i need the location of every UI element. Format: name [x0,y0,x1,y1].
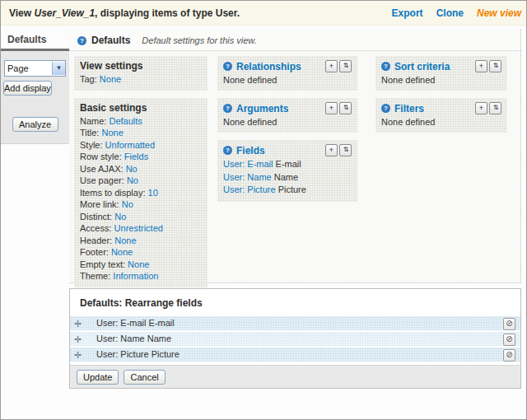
setting-line: Title: None [80,127,202,139]
field-description: Picture [276,184,306,194]
rearrange-row: ✛User: E-mail E-mail⊘ [70,316,520,330]
setting-value-link[interactable]: 10 [148,188,158,198]
setting-line: Tag: None [80,73,202,86]
rearrange-icon[interactable]: ⇅ [339,144,352,156]
new-view-link[interactable]: New view [477,7,521,19]
add-icon[interactable]: + [325,102,338,114]
help-icon[interactable]: ? [381,104,390,113]
tab-defaults[interactable]: Defaults [1,30,69,49]
setting-label: Title: [80,128,102,138]
setting-label: Header: [80,236,114,245]
setting-line: Header: None [80,235,202,247]
drag-handle-icon[interactable]: ✛ [74,317,82,331]
display-type-value: Page [5,63,52,73]
fields-link[interactable]: Fields [236,145,265,156]
rearrange-icon[interactable]: ⇅ [339,102,352,114]
setting-value-link[interactable]: None [102,128,124,138]
analyze-button[interactable]: Analyze [12,117,58,132]
display-controls: Page ▼ Add display Analyze [1,51,69,144]
help-icon[interactable]: ? [223,104,232,113]
drag-handle-icon[interactable]: ✛ [74,348,82,362]
fields-list: User: E-mail E-mailUser: Name NameUser: … [223,158,352,197]
setting-value-link[interactable]: Information [113,271,158,281]
settings-columns: View settings Tag: None Basic settings N… [69,51,520,295]
setting-label: Empty text: [80,259,128,269]
help-icon[interactable]: ? [381,62,390,71]
field-description: Name [272,172,298,182]
filters-link[interactable]: Filters [394,103,424,114]
remove-icon[interactable]: ⊘ [503,334,515,346]
setting-value-link[interactable]: None [111,247,133,257]
setting-line: Use pager: No [80,175,202,187]
setting-line: Theme: Information [80,270,202,282]
help-icon[interactable]: ? [223,62,232,71]
setting-value-link[interactable]: None [100,74,121,84]
setting-label: More link: [80,199,122,209]
arguments-link[interactable]: Arguments [236,103,288,114]
rearrange-icon[interactable]: ⇅ [339,60,352,72]
chevron-down-icon[interactable]: ▼ [52,62,65,75]
add-icon[interactable]: + [325,144,338,156]
display-type-select[interactable]: Page ▼ [4,60,66,77]
setting-value-link[interactable]: Unrestricted [114,223,163,233]
arguments-box: ? Arguments + ⇅ None defined [217,98,357,133]
field-link[interactable]: User: Name [223,172,272,182]
setting-label: Access: [80,223,114,233]
setting-label: Tag: [80,74,100,84]
setting-line: More link: No [80,198,202,211]
add-icon[interactable]: + [475,102,487,114]
display-settings-header: ? Defaults Default settings for this vie… [69,30,520,51]
relationships-empty: None defined [223,74,352,86]
setting-line: Style: Unformatted [80,139,202,152]
view-action-links: ExportCloneNew view [392,7,521,19]
rearrange-row-label: User: Picture Picture [96,349,180,359]
add-icon[interactable]: + [325,60,338,72]
fields-box: ? Fields + ⇅ User: E-mail E-mailUser: Na… [217,140,357,202]
setting-label: Row style: [80,152,124,161]
display-settings-title: Defaults [91,35,130,46]
setting-value-link[interactable]: No [126,164,138,174]
cancel-button[interactable]: Cancel [124,370,165,385]
setting-line: Items to display: 10 [80,187,202,199]
basic-settings-title: Basic settings [80,102,202,114]
setting-value-link[interactable]: No [122,199,133,209]
remove-icon[interactable]: ⊘ [503,349,515,362]
remove-icon[interactable]: ⊘ [503,318,515,330]
setting-label: Style: [80,140,105,150]
settings-column-1: View settings Tag: None Basic settings N… [74,56,208,295]
setting-line: Name: Defaults [80,115,202,128]
setting-label: Use AJAX: [80,164,126,174]
setting-value-link[interactable]: None [128,259,149,269]
setting-value-link[interactable]: No [114,212,126,222]
setting-value-link[interactable]: Fields [124,152,148,161]
update-button[interactable]: Update [77,370,119,385]
export-link[interactable]: Export [392,7,423,19]
field-description: E-mail [273,159,301,169]
relationships-link[interactable]: Relationships [236,61,301,72]
rearrange-title: Defaults: Rearrange fields [70,289,520,316]
rearrange-icon[interactable]: ⇅ [489,60,501,72]
rearrange-icon[interactable]: ⇅ [489,102,501,114]
clone-link[interactable]: Clone [436,7,464,19]
field-line: User: Picture Picture [223,184,352,197]
setting-line: Access: Unrestricted [80,222,202,235]
page-title: View User_View_1, displaying items of ty… [9,7,240,19]
setting-line: Distinct: No [80,211,202,223]
setting-value-link[interactable]: Unformatted [105,140,156,150]
field-link[interactable]: User: E-mail [223,159,273,169]
add-display-button[interactable]: Add display [3,81,52,96]
help-icon[interactable]: ? [223,146,232,155]
form-actions: Update Cancel [70,365,520,388]
rearrange-row: ✛User: Picture Picture⊘ [70,348,520,362]
add-icon[interactable]: + [475,60,487,72]
setting-value-link[interactable]: Defaults [109,116,142,126]
setting-line: Row style: Fields [80,151,202,163]
help-icon[interactable]: ? [77,36,86,45]
setting-value-link[interactable]: No [127,175,138,185]
sort-criteria-link[interactable]: Sort criteria [394,61,450,72]
setting-value-link[interactable]: None [114,236,136,245]
drag-handle-icon[interactable]: ✛ [74,333,82,347]
field-link[interactable]: User: Picture [223,184,276,194]
arguments-empty: None defined [223,116,352,128]
rearrange-row: ✛User: Name Name⊘ [70,332,520,346]
